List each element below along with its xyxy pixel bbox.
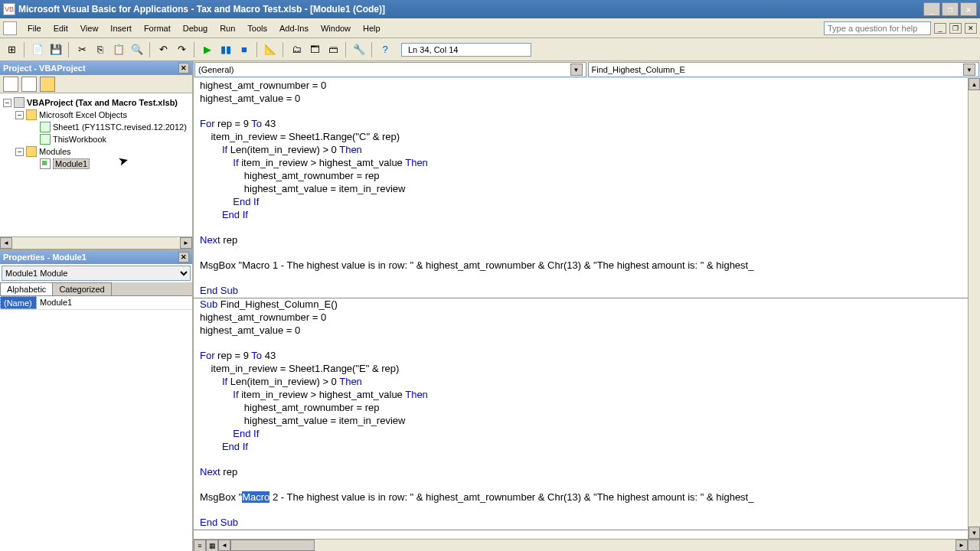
menu-addins[interactable]: Add-Ins [273,21,315,35]
menu-debug[interactable]: Debug [177,21,214,35]
toolbar: ⊞ 📄 💾 ✂ ⎘ 📋 🔍 ↶ ↷ ▶ ▮▮ ■ 📐 🗂 🗔 🗃 🔧 ? Ln … [0,38,980,61]
save-button[interactable]: 💾 [47,41,64,58]
project-explorer-button[interactable]: 🗂 [288,41,305,58]
scroll-up-button[interactable]: ▲ [969,78,980,90]
scroll-left-button[interactable]: ◄ [0,237,12,249]
project-h-scrollbar[interactable]: ◄ ► [0,236,192,249]
chevron-down-icon[interactable]: ▼ [570,64,583,76]
module-icon [40,158,51,169]
toggle-folders-button[interactable] [40,77,55,92]
properties-panel-title: Properties - Module1 [3,253,87,262]
scroll-right-button[interactable]: ► [180,237,192,249]
menu-tools[interactable]: Tools [241,21,273,35]
paste-button[interactable]: 📋 [110,41,127,58]
object-browser-button[interactable]: 🗃 [325,41,341,58]
close-button[interactable]: ✕ [960,2,977,16]
menu-format[interactable]: Format [138,21,177,35]
code-window: (General) ▼ Find_Highest_Column_E ▼ high… [194,61,980,551]
mdi-restore-button[interactable]: ❐ [949,23,962,34]
project-panel-close-button[interactable]: ✕ [178,63,189,73]
procedure-view-button[interactable]: ≡ [194,540,206,551]
tree-vbaproject[interactable]: − VBAProject (Tax and Macro Test.xlsb) [3,96,189,109]
view-object-button[interactable] [21,77,37,92]
break-button[interactable]: ▮▮ [217,41,234,58]
project-tree[interactable]: − VBAProject (Tax and Macro Test.xlsb) −… [0,93,192,236]
code-editor[interactable]: highest_amt_rownumber = 0 highest_amt_va… [194,78,968,539]
property-name-label: (Name) [0,296,37,309]
find-button[interactable]: 🔍 [129,41,145,58]
selected-text: Macro [242,491,270,503]
titlebar[interactable]: VB Microsoft Visual Basic for Applicatio… [0,0,980,18]
scroll-left-button[interactable]: ◄ [218,540,230,551]
collapse-icon[interactable]: − [15,111,24,119]
minimize-button[interactable]: _ [923,2,940,16]
help-search-input[interactable] [824,21,931,35]
property-name-value[interactable]: Module1 [37,296,192,309]
code-footer: ≡ ▦ ◄ ► [194,539,980,551]
mdi-close-button[interactable]: ✕ [965,23,977,34]
menubar: File Edit View Insert Format Debug Run T… [0,18,980,38]
chevron-down-icon[interactable]: ▼ [963,64,975,76]
object-combo[interactable]: (General) ▼ [194,62,586,77]
help-button[interactable]: ? [377,41,394,58]
workbook-icon [40,134,51,145]
code-v-scrollbar[interactable]: ▲ ▼ [968,78,980,539]
view-code-button[interactable] [3,77,18,92]
scroll-down-button[interactable]: ▼ [969,527,980,539]
tree-thisworkbook[interactable]: ThisWorkbook [3,133,189,145]
mdi-minimize-button[interactable]: _ [934,23,946,34]
menu-window[interactable]: Window [315,21,357,35]
procedure-combo[interactable]: Find_Highest_Column_E ▼ [588,62,980,77]
properties-panel-header: Properties - Module1 ✕ [0,250,192,264]
cut-button[interactable]: ✂ [74,41,90,58]
worksheet-icon [40,122,51,132]
menu-edit[interactable]: Edit [47,21,74,35]
scroll-right-button[interactable]: ► [956,540,968,551]
tree-modules-folder[interactable]: − Modules [3,145,189,158]
collapse-icon[interactable]: − [3,99,11,107]
full-module-view-button[interactable]: ▦ [206,540,218,551]
size-grip [968,540,980,551]
project-toolbar [0,75,192,93]
window-title: Microsoft Visual Basic for Applications … [18,4,923,15]
menu-help[interactable]: Help [357,21,387,35]
app-icon: VB [3,3,15,15]
properties-window-button[interactable]: 🗔 [306,41,323,58]
project-explorer-panel: Project - VBAProject ✕ − VBAProject (Tax… [0,61,192,249]
design-mode-button[interactable]: 📐 [262,41,279,58]
toolbox-button[interactable]: 🔧 [351,41,368,58]
reset-button[interactable]: ■ [236,41,253,58]
undo-button[interactable]: ↶ [155,41,172,58]
system-menu-icon[interactable] [3,21,17,35]
properties-grid[interactable]: (Name) Module1 [0,296,192,551]
folder-icon [26,109,37,120]
tree-excel-objects[interactable]: − Microsoft Excel Objects [3,109,189,121]
properties-object-combo[interactable]: Module1 Module [2,266,191,281]
properties-panel-close-button[interactable]: ✕ [178,252,189,262]
scroll-thumb[interactable] [230,540,315,551]
copy-button[interactable]: ⎘ [92,41,109,58]
tree-sheet1[interactable]: Sheet1 (FY11STC.revised.12.2012) [3,121,189,133]
menu-view[interactable]: View [74,21,105,35]
tree-module1[interactable]: Module1 [3,158,189,170]
folder-icon [26,146,37,157]
menu-insert[interactable]: Insert [104,21,138,35]
menu-file[interactable]: File [21,21,47,35]
run-button[interactable]: ▶ [199,41,216,58]
tab-categorized[interactable]: Categorized [52,282,111,295]
redo-button[interactable]: ↷ [173,41,190,58]
project-icon [14,97,24,108]
menu-run[interactable]: Run [214,21,241,35]
cursor-position-status: Ln 34, Col 14 [401,43,531,57]
view-excel-button[interactable]: ⊞ [3,41,20,58]
project-panel-title: Project - VBAProject [3,64,86,73]
property-row-name[interactable]: (Name) Module1 [0,296,192,310]
properties-panel: Properties - Module1 ✕ Module1 Module Al… [0,249,192,551]
collapse-icon[interactable]: − [15,148,24,156]
tab-alphabetic[interactable]: Alphabetic [0,282,53,295]
maximize-button[interactable]: ❐ [942,2,959,16]
insert-button[interactable]: 📄 [29,41,46,58]
project-panel-header: Project - VBAProject ✕ [0,61,192,75]
